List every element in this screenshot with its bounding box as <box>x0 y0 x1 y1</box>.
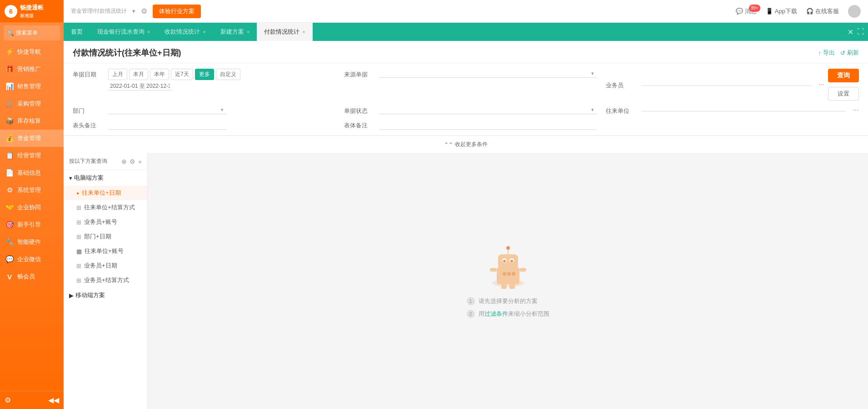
source-select-arrow: ▾ <box>591 71 594 76</box>
sidebar-logo: 6 畅捷通帐 标准版 <box>0 0 64 23</box>
body-note-input[interactable] <box>379 120 597 130</box>
sidebar-item-inventory[interactable]: 📦 库存核算 <box>0 112 64 130</box>
last-month-btn[interactable]: 上月 <box>108 69 127 80</box>
sidebar-item-marketing[interactable]: 🎁 营销推广 <box>0 61 64 78</box>
scheme-item-sales-account[interactable]: ⊞ 业务员+账号 <box>64 215 147 229</box>
trial-button[interactable]: 体验行业方案 <box>153 5 201 18</box>
topbar: 资金管理/付款情况统计 ▾ ⚙ 体验行业方案 💬 消息 99+ 📱 App下载 … <box>64 0 868 23</box>
custom-date-btn[interactable]: 自定义 <box>216 69 240 80</box>
sidebar-item-basic[interactable]: 📄 基础信息 <box>0 164 64 182</box>
scheme-item-partner-account[interactable]: ▦ 往来单位+账号 <box>64 244 147 258</box>
source-label: 来源单据 <box>344 69 376 79</box>
collapse-scheme-icon[interactable]: « <box>138 158 142 165</box>
sidebar-item-system[interactable]: ⚙ 系统管理 <box>0 182 64 199</box>
more-date-btn[interactable]: 更多 <box>195 69 214 80</box>
filter-link[interactable]: 过滤条件 <box>484 310 508 317</box>
empty-state: 1 请先选择要分析的方案 2 用过滤条件来缩小分析范围 <box>148 153 868 409</box>
partner-dots[interactable]: ··· <box>853 106 859 114</box>
customer-service-button[interactable]: 🎧 在线客服 <box>806 7 839 15</box>
wechat-icon: 💬 <box>5 255 14 263</box>
dept-select[interactable]: ▾ <box>108 106 226 114</box>
scheme-item-sales-date[interactable]: ⊞ 业务员+日期 <box>64 258 147 273</box>
sidebar-item-quick-nav[interactable]: ⚡ 快捷导航 <box>0 43 64 61</box>
collapse-filter-bar[interactable]: ⌃⌃ 收起更多条件 <box>64 136 868 153</box>
topbar-settings-icon[interactable]: ⚙ <box>141 7 147 15</box>
tab-new-scheme[interactable]: 新建方案 × <box>213 23 257 41</box>
header-note-input[interactable] <box>108 120 226 130</box>
body-note-label: 表体备注 <box>344 120 376 130</box>
last-7days-btn[interactable]: 近7天 <box>171 69 193 80</box>
search-icon: 🔍 <box>7 30 14 36</box>
scheme-settings-icon[interactable]: ⚙ <box>130 158 135 165</box>
sidebar-nav: ⚡ 快捷导航 🎁 营销推广 📊 销售管理 🛒 采购管理 📦 库存核算 💰 资金管… <box>0 43 64 391</box>
svg-rect-14 <box>501 284 507 289</box>
query-button[interactable]: 查询 <box>828 69 859 82</box>
tab-close-bank-flow[interactable]: × <box>147 29 150 35</box>
tab-home[interactable]: 首页 <box>64 23 90 41</box>
messages-button[interactable]: 💬 消息 99+ <box>736 7 757 15</box>
message-badge: 99+ <box>749 5 760 12</box>
scheme-group-desktop[interactable]: ▾ 电脑端方案 <box>64 170 147 186</box>
sidebar: 6 畅捷通帐 标准版 🔍 搜索菜单 ⚡ 快捷导航 🎁 营销推广 📊 销售管理 🛒… <box>0 0 64 409</box>
source-select[interactable]: ▾ <box>379 70 597 78</box>
this-year-btn[interactable]: 本年 <box>150 69 169 80</box>
scheme-sidebar: 按以下方案查询 ⊕ ⚙ « ▾ 电脑端方案 ● 往来单位+日期 <box>64 153 148 409</box>
app-download-button[interactable]: 📱 App下载 <box>766 7 797 15</box>
sidebar-item-purchase[interactable]: 🛒 采购管理 <box>0 95 64 112</box>
add-scheme-icon[interactable]: ⊕ <box>121 158 127 165</box>
svg-point-12 <box>507 272 511 276</box>
scheme-header-label: 按以下方案查询 <box>69 157 107 165</box>
collapse-sidebar-icon[interactable]: ◀◀ <box>48 396 59 404</box>
sidebar-item-sales[interactable]: 📊 销售管理 <box>0 78 64 95</box>
sidebar-item-guide[interactable]: 🎯 新手引导 <box>0 216 64 233</box>
sidebar-item-wechat[interactable]: 💬 企业微信 <box>0 251 64 268</box>
fullscreen-icon[interactable]: ⛶ <box>857 28 864 36</box>
sidebar-item-hardware[interactable]: 🔧 智能硬件 <box>0 233 64 251</box>
settings-bottom-icon[interactable]: ⚙ <box>5 396 11 404</box>
svg-point-5 <box>503 260 506 263</box>
quick-nav-icon: ⚡ <box>5 48 14 56</box>
scheme-item-sales-payment[interactable]: ⊞ 业务员+结算方式 <box>64 273 147 288</box>
this-month-btn[interactable]: 本月 <box>129 69 148 80</box>
sidebar-item-member[interactable]: V 畅会员 <box>0 268 64 285</box>
date-range-input[interactable] <box>108 82 172 91</box>
scheme-item-dept-date[interactable]: ⊞ 部门+日期 <box>64 229 147 244</box>
search-menu[interactable]: 🔍 搜索菜单 <box>4 25 60 40</box>
scheme-item-partner-payment[interactable]: ⊞ 往来单位+结算方式 <box>64 200 147 215</box>
tab-payment-out-stats[interactable]: 付款情况统计 × <box>257 23 312 41</box>
scheme-item-partner-date[interactable]: ● 往来单位+日期 <box>64 186 147 200</box>
topbar-right: 💬 消息 99+ 📱 App下载 🎧 在线客服 <box>736 5 861 18</box>
dropdown-arrow-icon[interactable]: ▾ <box>132 8 135 15</box>
close-all-tabs-icon[interactable]: ✕ <box>848 28 853 36</box>
svg-rect-2 <box>498 254 518 269</box>
svg-rect-1 <box>497 267 519 284</box>
status-select[interactable]: ▾ <box>379 106 597 114</box>
status-label: 单据状态 <box>344 105 376 115</box>
tab-close-new-scheme[interactable]: × <box>247 29 249 35</box>
partner-label: 往来单位 <box>606 105 638 115</box>
avatar[interactable] <box>848 5 861 18</box>
tabbar: 首页 现金银行流水查询 × 收款情况统计 × 新建方案 × 付款情况统计 × ✕… <box>64 23 868 41</box>
purchase-icon: 🛒 <box>5 100 14 108</box>
svg-point-11 <box>503 272 506 276</box>
tabbar-right: ✕ ⛶ <box>848 28 868 36</box>
dept-label: 部门 <box>73 105 105 115</box>
breadcrumb: 资金管理/付款情况统计 <box>71 7 127 15</box>
scheme-group-arrow-right: ▶ <box>69 292 74 299</box>
salesperson-select[interactable] <box>641 84 811 86</box>
sidebar-item-enterprise[interactable]: 🤝 企业协同 <box>0 199 64 216</box>
tab-payment-stats[interactable]: 收款情况统计 × <box>157 23 213 41</box>
salesperson-dots[interactable]: ··· <box>818 81 824 89</box>
settings-button[interactable]: 设置 <box>828 87 859 101</box>
export-button[interactable]: ↑ 导出 <box>818 49 835 57</box>
tab-close-payment-out-stats[interactable]: × <box>302 29 305 35</box>
sidebar-item-operation[interactable]: 📋 经营管理 <box>0 147 64 164</box>
basic-icon: 📄 <box>5 169 14 177</box>
scheme-group-mobile[interactable]: ▶ 移动端方案 <box>64 288 147 303</box>
sidebar-item-capital[interactable]: 💰 资金管理 <box>0 130 64 147</box>
svg-point-13 <box>512 272 515 276</box>
tab-close-payment-stats[interactable]: × <box>203 29 205 35</box>
refresh-button[interactable]: ↺ 刷新 <box>840 49 859 57</box>
tab-bank-flow[interactable]: 现金银行流水查询 × <box>90 23 157 41</box>
partner-select[interactable] <box>641 109 845 111</box>
